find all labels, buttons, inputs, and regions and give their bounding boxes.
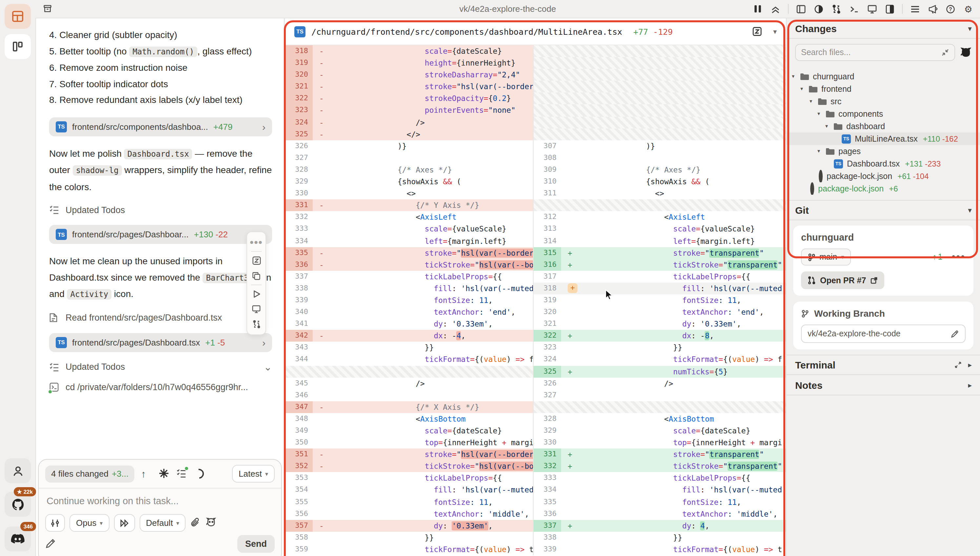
tool-call-row[interactable]: Updated Todos (49, 205, 272, 215)
git-compare-icon[interactable] (831, 3, 842, 14)
caret-down-icon[interactable]: ▾ (817, 148, 825, 154)
line-number: 330 (285, 187, 313, 199)
tree-folder-src[interactable]: ▾src (786, 95, 980, 108)
tree-folder-churnguard[interactable]: ▾churnguard (786, 70, 980, 82)
tool-call-row[interactable]: Updated Todos⌄ (49, 362, 272, 372)
collapse-tree-icon[interactable] (941, 48, 949, 57)
diff-marker (561, 377, 578, 389)
diff-mode-icon[interactable] (752, 26, 763, 37)
branch-dropdown[interactable]: main▾ (801, 249, 851, 265)
diff-marker (561, 212, 578, 223)
tree-file-package-lock.json[interactable]: package-lock.json+61 -104 (786, 170, 980, 182)
file-diff-chip[interactable]: TSfrontend/src/pages/Dashboard.tsx+1 -5› (49, 333, 272, 352)
github-cat-icon[interactable] (960, 47, 972, 58)
rail-board-button[interactable] (5, 34, 31, 59)
attach-paperclip-icon[interactable] (191, 517, 202, 529)
expand-notes-chevron[interactable]: ▸ (968, 381, 972, 388)
working-branch-label: Working Branch (814, 308, 885, 318)
working-branch-input[interactable]: vk/4e2a-explore-the-code (801, 325, 965, 343)
panel-right-filled-icon[interactable] (884, 3, 895, 14)
diff-view-icon[interactable] (247, 253, 265, 268)
monitor-icon[interactable] (247, 302, 265, 317)
add-comment-button[interactable]: + (568, 283, 578, 293)
tree-folder-dashboard[interactable]: ▾dashboard (786, 120, 980, 133)
open-pr-button[interactable]: Open PR #7 (801, 272, 884, 289)
pen-icon[interactable] (45, 538, 57, 550)
line-number: 348 (285, 413, 313, 425)
rail-github-button[interactable]: ★ 22k (5, 492, 31, 517)
diff-line-context: 349scale={dateScale} (285, 425, 533, 437)
search-files-input[interactable]: Search files... (795, 44, 955, 61)
caret-down-icon[interactable]: ▾ (817, 111, 825, 117)
message-input[interactable]: Continue working on this task... (47, 496, 273, 506)
settings-gear-icon[interactable]: ⚙ (963, 3, 974, 14)
mode-dropdown[interactable]: Default▾ (139, 514, 186, 532)
settings-sliders-button[interactable] (45, 514, 65, 532)
rail-account-button[interactable] (5, 458, 31, 483)
file-diff-chip[interactable]: TSfrontend/src/components/dashboa...+479… (49, 117, 272, 136)
changes-title: Changes (795, 23, 837, 34)
copy-icon[interactable] (247, 268, 265, 283)
caret-down-icon[interactable]: ▾ (801, 86, 808, 92)
tool-call-row[interactable]: Read frontend/src/pages/Dashboard.tsx (49, 312, 272, 323)
diff-row: 336-tickStroke="hsl(var(--bo316+tickStro… (285, 259, 786, 270)
terminal-icon[interactable] (849, 3, 859, 14)
expand-terminal-chevron[interactable]: ▸ (968, 361, 972, 369)
todos-status-icon[interactable] (176, 468, 187, 479)
diff-row: 347-{/* X Axis */} (285, 401, 786, 413)
rail-layout-button[interactable] (5, 4, 31, 29)
caret-down-icon[interactable]: ▾ (810, 99, 817, 104)
collapse-diff-icon[interactable]: ▾ (773, 27, 777, 36)
tree-file-MultiLineArea.tsx[interactable]: TSMultiLineArea.tsx+110 -162 (786, 133, 980, 145)
copilot-cat-icon[interactable] (206, 517, 217, 529)
collapse-git-icon[interactable]: ▾ (968, 207, 972, 214)
edit-branch-icon[interactable] (951, 330, 959, 338)
tree-file-Dashboard.tsx[interactable]: TSDashboard.tsx+131 -233 (786, 157, 980, 170)
tree-file-package-lock.json[interactable]: package-lock.json+6 (786, 182, 980, 195)
send-button[interactable]: Send (237, 535, 274, 553)
tree-folder-components[interactable]: ▾components (786, 108, 980, 120)
version-dropdown[interactable]: Latest▾ (232, 465, 274, 483)
diff-line-deleted: 357-dy: '0.33em', (285, 520, 533, 532)
help-icon[interactable]: ? (945, 3, 956, 14)
git-more-icon[interactable]: ••• (951, 251, 965, 263)
theme-contrast-icon[interactable] (814, 3, 824, 14)
more-options-icon[interactable]: ••• (247, 235, 265, 250)
expand-terminal-icon[interactable] (954, 361, 962, 369)
diff-row: 356textAnchor: 'middle',336textAnchor: '… (285, 508, 786, 520)
spark-icon[interactable] (159, 468, 170, 479)
git-section-header[interactable]: Git ▾ (786, 200, 980, 220)
chevrons-up-icon[interactable] (770, 3, 781, 14)
changes-section-header[interactable]: Changes ▾ (786, 18, 980, 39)
rail-discord-button[interactable]: 346 (5, 527, 31, 551)
megaphone-icon[interactable] (928, 3, 938, 14)
collapse-changes-icon[interactable]: ▾ (968, 24, 972, 32)
notes-section-header[interactable]: Notes ▸ (786, 375, 980, 395)
chevron-down-icon[interactable]: ⌄ (264, 364, 272, 370)
play-icon[interactable] (247, 286, 265, 302)
fast-forward-button[interactable] (114, 514, 135, 532)
line-number: 307 (534, 140, 561, 152)
caret-down-icon[interactable]: ▾ (825, 123, 833, 129)
scroll-to-top-icon[interactable]: ↑ (141, 468, 152, 479)
diff-filler (533, 199, 786, 211)
terminal-section-header[interactable]: Terminal ▸ (786, 355, 980, 375)
repo-card: churnguard main▾ ↑1 ••• Open PR #7 (793, 226, 974, 296)
tree-folder-pages[interactable]: ▾pages (786, 145, 980, 157)
caret-down-icon[interactable]: ▾ (792, 73, 800, 79)
menu-icon[interactable] (910, 3, 920, 14)
file-diff-chip[interactable]: TSfrontend/src/pages/Dashboar...+130 -22 (49, 225, 272, 244)
tree-folder-frontend[interactable]: ▾frontend (786, 82, 980, 95)
model-dropdown[interactable]: Opus▾ (69, 514, 109, 532)
pause-icon[interactable] (752, 3, 763, 14)
diff-marker: - (313, 69, 330, 81)
files-changed-chip[interactable]: 4 files changed+3... (45, 465, 134, 482)
git-compare-icon[interactable] (247, 317, 265, 332)
tool-call-row[interactable]: cd /private/var/folders/10/h7w0q46556ggr… (49, 382, 272, 393)
panel-left-icon[interactable] (796, 3, 806, 14)
monitor-icon[interactable] (867, 3, 877, 14)
diff-line-added: 316+tickStroke="transparent" (533, 259, 786, 270)
diff-line-context: 346 (285, 389, 533, 401)
diff-line-context: 339tickFormat={(value) => t (533, 543, 786, 555)
line-number: 324 (534, 354, 561, 365)
